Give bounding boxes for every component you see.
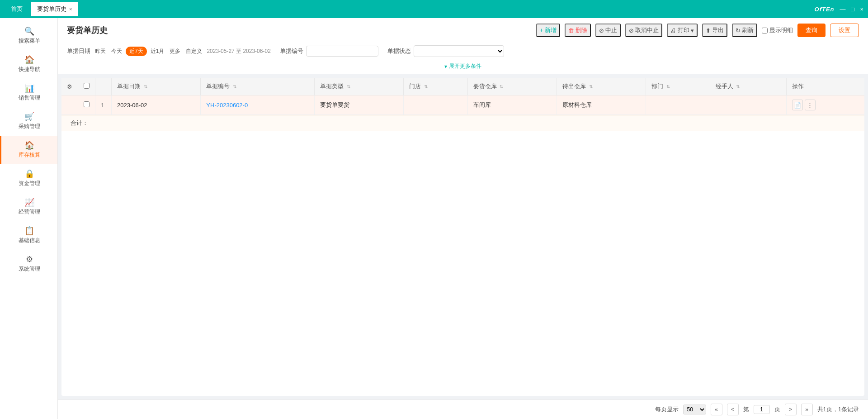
date-shortcuts: 昨天 今天 近7天 近1月 更多 自定义: [93, 47, 204, 56]
col-pending-warehouse[interactable]: 待出仓库 ⇅: [557, 78, 646, 95]
page-title: 要货单历史: [67, 25, 108, 36]
sidebar-item-purchase[interactable]: 🛒 采购管理: [0, 107, 57, 136]
sidebar-item-inventory-label: 库存核算: [19, 151, 40, 159]
sidebar-item-basic-info[interactable]: 📋 基础信息: [0, 221, 57, 250]
col-dept[interactable]: 部门 ⇅: [646, 78, 710, 95]
refresh-button[interactable]: ↻ 刷新: [732, 24, 757, 37]
date-range-display: 2023-05-27 至 2023-06-02: [207, 48, 270, 55]
settings-button[interactable]: 设置: [830, 24, 859, 37]
page-label-after: 页: [774, 405, 780, 414]
date-custom[interactable]: 自定义: [184, 47, 204, 56]
purchase-icon: 🛒: [24, 113, 34, 121]
sidebar-item-sales[interactable]: 📊 销售管理: [0, 79, 57, 107]
sidebar-item-shortcut-label: 快捷导航: [19, 66, 40, 73]
main-content: 要货单历史 + 新增 🗑 删除 ⊘ 中止 ⊘ 取消中止: [58, 18, 868, 419]
main-layout: 🔍 搜索菜单 🏠 快捷导航 📊 销售管理 🛒 采购管理 🏠 库存核算 🔒 资金管…: [0, 18, 868, 419]
sidebar-item-search[interactable]: 🔍 搜索菜单: [0, 22, 57, 50]
col-doc-no[interactable]: 单据编号 ⇅: [201, 78, 315, 95]
page-size-label: 每页显示: [655, 405, 679, 414]
table-area: ⚙ 单据日期 ⇅ 单据编号 ⇅: [61, 78, 864, 396]
minimize-icon[interactable]: —: [840, 6, 846, 13]
row-store-cell: [404, 95, 467, 115]
sidebar-item-search-label: 搜索菜单: [19, 37, 40, 45]
query-button[interactable]: 查询: [797, 24, 826, 37]
date-yesterday[interactable]: 昨天: [93, 47, 108, 56]
col-handler[interactable]: 经手人 ⇅: [710, 78, 786, 95]
footer-summary: 合计：: [61, 115, 864, 131]
sidebar-item-inventory[interactable]: 🏠 库存核算: [0, 136, 57, 164]
sort-store-icon: ⇅: [424, 84, 428, 89]
display-detail-toggle[interactable]: 显示明细: [762, 26, 793, 34]
doc-no-link[interactable]: YH-20230602-0: [206, 102, 248, 109]
cancel-stop-button[interactable]: ⊘ 取消中止: [625, 24, 662, 37]
tab-requisition-history[interactable]: 要货单历史 ×: [31, 2, 78, 16]
select-all-checkbox[interactable]: [84, 83, 90, 89]
col-settings[interactable]: ⚙: [61, 78, 78, 95]
row-view-icon[interactable]: 📄: [792, 100, 803, 110]
date-more[interactable]: 更多: [168, 47, 182, 56]
first-page-button[interactable]: «: [711, 404, 722, 415]
date-filter-group: 单据日期 昨天 今天 近7天 近1月 更多 自定义 2023-05-27 至 2…: [67, 47, 271, 56]
next-page-button[interactable]: >: [785, 404, 797, 415]
col-doc-type[interactable]: 单据类型 ⇅: [314, 78, 403, 95]
col-checkbox: [78, 78, 95, 95]
cancel-stop-icon: ⊘: [629, 27, 634, 34]
row-docno-cell[interactable]: YH-20230602-0: [201, 95, 315, 115]
brand-label: OfTEn: [815, 6, 835, 13]
col-req-warehouse[interactable]: 要货仓库 ⇅: [467, 78, 557, 95]
date-7days[interactable]: 近7天: [126, 47, 147, 56]
total-info: 共1页，1条记录: [817, 405, 859, 414]
date-today[interactable]: 今天: [109, 47, 124, 56]
add-button[interactable]: + 新增: [536, 24, 560, 37]
row-pendwh-cell: 原材料仓库: [557, 95, 646, 115]
last-page-button[interactable]: »: [801, 404, 813, 415]
print-dropdown-icon: ▾: [691, 27, 694, 34]
delete-button[interactable]: 🗑 删除: [565, 24, 591, 37]
col-num: [95, 78, 112, 95]
close-window-icon[interactable]: ×: [860, 6, 863, 13]
sidebar-item-operations[interactable]: 📈 经营管理: [0, 193, 57, 221]
basic-info-icon: 📋: [24, 227, 34, 235]
close-tab-icon[interactable]: ×: [69, 6, 72, 12]
row-more-icon[interactable]: ⋮: [805, 100, 816, 110]
page-label-before: 第: [743, 405, 749, 414]
prev-page-button[interactable]: <: [727, 404, 739, 415]
row-checkbox[interactable]: [84, 101, 90, 107]
table-header: ⚙ 单据日期 ⇅ 单据编号 ⇅: [61, 78, 864, 95]
maximize-icon[interactable]: □: [851, 6, 855, 13]
sidebar: 🔍 搜索菜单 🏠 快捷导航 📊 销售管理 🛒 采购管理 🏠 库存核算 🔒 资金管…: [0, 18, 58, 419]
stop-icon: ⊘: [599, 27, 604, 34]
table-body: 1 2023-06-02 YH-20230602-0 要货单要货 车间库 原材料…: [61, 95, 864, 115]
export-button[interactable]: ⬆ 导出: [702, 24, 727, 37]
sort-reqwh-icon: ⇅: [500, 84, 503, 89]
stop-button[interactable]: ⊘ 中止: [595, 24, 621, 37]
operations-icon: 📈: [24, 198, 34, 206]
expand-more-button[interactable]: ▾ 展开更多条件: [444, 62, 481, 70]
col-date[interactable]: 单据日期 ⇅: [112, 78, 201, 95]
chevron-down-icon: ▾: [444, 63, 447, 70]
sidebar-item-finance-label: 资金管理: [19, 180, 40, 187]
doc-no-label: 单据编号: [280, 47, 303, 55]
sidebar-item-shortcut[interactable]: 🏠 快捷导航: [0, 50, 57, 79]
page-size-select[interactable]: 50 100 200: [683, 405, 706, 414]
date-1month[interactable]: 近1月: [149, 47, 166, 56]
display-detail-checkbox[interactable]: [762, 28, 768, 33]
print-button[interactable]: 🖨 打印 ▾: [667, 24, 698, 37]
page-number-input[interactable]: [754, 405, 770, 414]
col-store[interactable]: 门店 ⇅: [404, 78, 467, 95]
sidebar-item-purchase-label: 采购管理: [19, 123, 40, 130]
tab-home-label: 首页: [11, 5, 23, 13]
sales-icon: 📊: [24, 84, 34, 92]
sidebar-item-finance[interactable]: 🔒 资金管理: [0, 164, 57, 193]
status-select[interactable]: [414, 45, 504, 57]
pagination-bar: 每页显示 50 100 200 « < 第 页 > » 共1页，1条记录: [58, 400, 868, 419]
table-row[interactable]: 1 2023-06-02 YH-20230602-0 要货单要货 车间库 原材料…: [61, 95, 864, 115]
data-table: ⚙ 单据日期 ⇅ 单据编号 ⇅: [61, 78, 864, 115]
tab-home[interactable]: 首页: [5, 2, 29, 16]
delete-icon: 🗑: [568, 27, 574, 34]
doc-no-input[interactable]: [306, 46, 378, 57]
sidebar-item-system[interactable]: ⚙ 系统管理: [0, 250, 57, 278]
window-controls: OfTEn — □ ×: [815, 6, 863, 13]
tab-requisition-label: 要货单历史: [37, 5, 66, 13]
col-action: 操作: [787, 78, 864, 95]
